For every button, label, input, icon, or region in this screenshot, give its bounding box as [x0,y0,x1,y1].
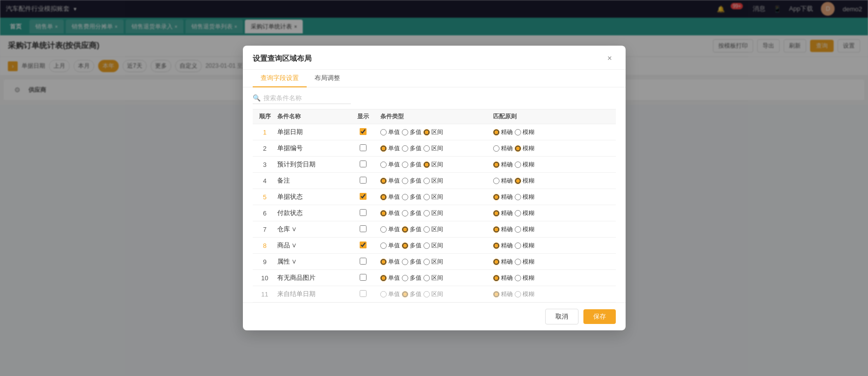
row-order: 8 [253,242,277,249]
row-show[interactable] [346,274,380,282]
row-match: 精确 模糊 [493,177,591,185]
row-type: 单值 多值 区间 [380,144,493,153]
row-name: 属性 ∨ [277,257,346,266]
row-name: 商品 ∨ [277,241,346,250]
cancel-button[interactable]: 取消 [545,309,579,324]
row-show[interactable] [346,209,380,217]
tab-query-fields[interactable]: 查询字段设置 [253,70,307,87]
row-show[interactable] [346,144,380,153]
row-show[interactable] [346,242,380,250]
row-type: 单值 多值 区间 [380,242,493,250]
table-row: 9 属性 ∨ 单值 多值 区间 精确 模糊 [253,254,616,270]
row-match: 精确 模糊 [493,128,591,136]
row-order: 3 [253,161,277,168]
dialog-footer: 取消 保存 [243,302,626,330]
dialog-close-button[interactable]: × [604,53,616,64]
header-show: 显示 [346,112,380,121]
row-order: 5 [253,193,277,201]
header-name: 条件名称 [277,112,346,121]
row-order: 10 [253,274,277,282]
dialog-search-area: 🔍 [243,87,626,109]
table-row: 10 有无商品图片 单值 多值 区间 精确 模糊 [253,270,616,286]
row-name: 有无商品图片 [277,273,346,282]
row-type: 单值 多值 区间 [380,209,493,217]
row-order: 11 [253,291,277,298]
dialog-title: 设置查询区域布局 [253,54,312,63]
row-order: 7 [253,226,277,233]
header-order: 顺序 [253,112,277,121]
search-wrapper: 🔍 [253,92,351,104]
row-show[interactable] [346,225,380,234]
dialog-header: 设置查询区域布局 × [243,46,626,70]
row-name: 付款状态 [277,209,346,217]
table-row: 3 预计到货日期 单值 多值 区间 精确 模糊 [253,157,616,173]
row-type: 单值 多值 区间 [380,161,493,169]
row-type: 单值 多值 区间 [380,177,493,185]
row-type: 单值 多值 区间 [380,225,493,234]
row-match: 精确 模糊 [493,209,591,217]
dialog-table-body: 1 单据日期 单值 多值 区间 精确 模糊 2 [243,124,626,302]
row-name: 预计到货日期 [277,160,346,169]
row-match: 精确 模糊 [493,258,591,266]
table-row: 1 单据日期 单值 多值 区间 精确 模糊 [253,124,616,140]
table-row: 8 商品 ∨ 单值 多值 区间 精确 模糊 [253,238,616,254]
row-show[interactable] [346,177,380,185]
dialog-table-header: 顺序 条件名称 显示 条件类型 匹配原则 [243,109,626,124]
row-type: 单值 多值 区间 [380,128,493,136]
save-button[interactable]: 保存 [583,309,616,324]
row-match: 精确 模糊 [493,274,591,282]
row-match: 精确 模糊 [493,144,591,153]
row-match: 精确 模糊 [493,161,591,169]
row-type: 单值 多值 区间 [380,290,493,298]
row-name: 来自结单日期 [277,290,346,298]
row-show[interactable] [346,193,380,201]
table-row: 11 来自结单日期 单值 多值 区间 精确 模糊 [253,286,616,302]
row-name: 单据状态 [277,192,346,201]
row-name: 仓库 ∨ [277,225,346,234]
row-show[interactable] [346,290,380,298]
row-type: 单值 多值 区间 [380,274,493,282]
row-show[interactable] [346,161,380,169]
row-order: 2 [253,145,277,152]
row-match: 精确 模糊 [493,290,591,298]
row-order: 4 [253,177,277,185]
row-match: 精确 模糊 [493,242,591,250]
row-name: 单据编号 [277,144,346,153]
row-match: 精确 模糊 [493,193,591,201]
row-type: 单值 多值 区间 [380,258,493,266]
search-input[interactable] [263,94,342,102]
header-type: 条件类型 [380,112,493,121]
row-order: 6 [253,210,277,217]
table-row: 6 付款状态 单值 多值 区间 精确 模糊 [253,205,616,221]
row-match: 精确 模糊 [493,225,591,234]
row-order: 9 [253,258,277,266]
table-row: 7 仓库 ∨ 单值 多值 区间 精确 模糊 [253,221,616,238]
modal-overlay: 设置查询区域布局 × 查询字段设置 布局调整 🔍 顺序 条件名称 [0,0,868,376]
row-name: 单据日期 [277,128,346,136]
tab-layout-adjust[interactable]: 布局调整 [307,70,348,87]
search-icon: 🔍 [253,94,261,102]
header-match: 匹配原则 [493,112,591,121]
row-order: 1 [253,129,277,136]
row-type: 单值 多值 区间 [380,193,493,201]
dialog-tabs: 查询字段设置 布局调整 [243,70,626,87]
table-row: 4 备注 单值 多值 区间 精确 模糊 [253,173,616,189]
table-row: 2 单据编号 单值 多值 区间 精确 模糊 [253,140,616,157]
row-name: 备注 [277,176,346,185]
table-row: 5 单据状态 单值 多值 区间 精确 模糊 [253,189,616,205]
row-show[interactable] [346,128,380,136]
row-show[interactable] [346,258,380,266]
settings-dialog: 设置查询区域布局 × 查询字段设置 布局调整 🔍 顺序 条件名称 [243,46,626,330]
